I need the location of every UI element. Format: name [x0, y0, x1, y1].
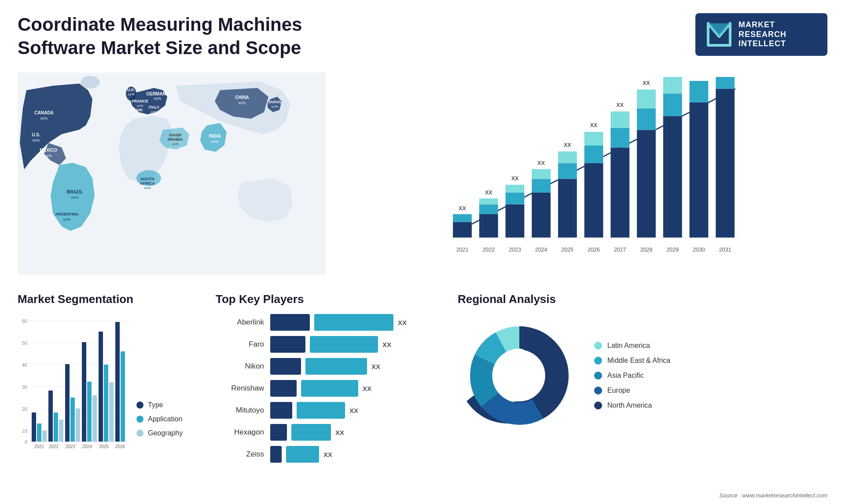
player-row-aberlink: Aberlink XX: [216, 314, 445, 331]
svg-text:xx%: xx%: [133, 113, 140, 117]
svg-rect-128: [121, 351, 125, 442]
svg-text:ARABIA: ARABIA: [168, 137, 183, 142]
svg-rect-116: [70, 398, 75, 442]
svg-rect-121: [92, 395, 97, 442]
svg-text:XX: XX: [485, 190, 492, 196]
svg-text:xx%: xx%: [144, 186, 151, 190]
geography-dot: [136, 430, 143, 437]
svg-text:2030: 2030: [693, 247, 705, 253]
top-row: CANADA xx% U.S. xx% MEXICO xx% BRAZIL xx…: [18, 68, 827, 279]
player-row-mitutoyo: Mitutoyo XX: [216, 402, 445, 419]
svg-text:0: 0: [25, 439, 27, 445]
latin-america-dot: [594, 342, 602, 350]
header: Coordinate Measuring Machines Software M…: [0, 0, 845, 68]
svg-rect-64: [584, 163, 603, 237]
svg-rect-71: [610, 111, 629, 128]
svg-rect-80: [663, 93, 682, 116]
svg-text:CHINA: CHINA: [235, 95, 249, 100]
svg-rect-107: [32, 413, 36, 442]
player-bar-wrap-hexagon: XX: [270, 424, 445, 441]
content: CANADA xx% U.S. xx% MEXICO xx% BRAZIL xx…: [0, 68, 845, 490]
svg-rect-49: [506, 205, 525, 238]
svg-text:ITALY: ITALY: [149, 105, 160, 110]
svg-rect-44: [479, 214, 498, 237]
reg-legend-latin-america: Latin America: [594, 342, 670, 350]
reg-legend-asia-pacific: Asia Pacific: [594, 372, 670, 380]
player-name-nikon: Nikon: [216, 362, 264, 371]
svg-text:U.S.: U.S.: [32, 132, 40, 137]
player-bar-dark-hexagon: [270, 424, 287, 441]
svg-rect-81: [663, 77, 682, 93]
logo-text: MARKET RESEARCH INTELLECT: [738, 20, 786, 49]
svg-text:2026: 2026: [588, 247, 600, 253]
player-name-faro: Faro: [216, 340, 264, 349]
svg-text:50: 50: [22, 340, 27, 346]
svg-text:xx%: xx%: [238, 101, 246, 105]
player-name-mitutoyo: Mitutoyo: [216, 406, 264, 415]
svg-text:INDIA: INDIA: [209, 134, 220, 139]
svg-rect-85: [690, 81, 709, 102]
svg-text:xx%: xx%: [172, 142, 178, 146]
svg-text:xx%: xx%: [154, 96, 161, 101]
geography-label: Geography: [148, 429, 183, 437]
page-title: Coordinate Measuring Machines Software M…: [18, 13, 361, 59]
reg-legend-europe: Europe: [594, 387, 670, 394]
player-bar-dark-zeiss: [270, 446, 282, 463]
svg-text:BRAZIL: BRAZIL: [67, 190, 83, 194]
player-bar-dark-faro: [270, 336, 305, 353]
svg-text:xx%: xx%: [40, 116, 48, 121]
svg-text:2021: 2021: [34, 444, 44, 449]
player-xx-renishaw: XX: [363, 385, 371, 392]
reg-legend-middle-east: Middle East & Africa: [594, 357, 670, 365]
svg-rect-79: [663, 116, 682, 237]
donut-chart-wrap: [458, 314, 581, 437]
svg-rect-55: [532, 179, 551, 193]
player-bar-light-faro: [310, 336, 378, 353]
svg-rect-127: [115, 322, 120, 442]
svg-text:xx%: xx%: [44, 153, 52, 158]
svg-rect-51: [506, 185, 525, 193]
type-dot: [136, 402, 143, 409]
svg-rect-45: [479, 205, 498, 214]
svg-rect-76: [637, 90, 656, 109]
player-row-faro: Faro XX: [216, 336, 445, 353]
title-block: Coordinate Measuring Machines Software M…: [18, 13, 361, 59]
player-bar-wrap-renishaw: XX: [270, 380, 445, 397]
svg-text:2022: 2022: [482, 247, 495, 253]
player-bar-light-aberlink: [314, 314, 393, 331]
svg-text:SAUDI: SAUDI: [169, 133, 181, 137]
type-label: Type: [148, 401, 163, 409]
svg-rect-123: [99, 332, 103, 442]
regional-inner: Latin America Middle East & Africa Asia …: [458, 314, 827, 437]
svg-point-3: [81, 76, 100, 88]
svg-rect-46: [479, 198, 498, 204]
latin-america-label: Latin America: [607, 342, 650, 350]
svg-point-135: [493, 350, 545, 402]
svg-rect-40: [453, 222, 472, 238]
svg-text:AFRICA: AFRICA: [140, 181, 155, 186]
svg-rect-112: [54, 413, 58, 442]
map-section: CANADA xx% U.S. xx% MEXICO xx% BRAZIL xx…: [18, 68, 326, 279]
svg-rect-115: [65, 364, 70, 442]
svg-rect-109: [42, 431, 47, 442]
svg-rect-88: [716, 89, 735, 238]
regional-legend: Latin America Middle East & Africa Asia …: [594, 342, 670, 409]
svg-rect-89: [716, 77, 735, 89]
svg-rect-56: [532, 169, 551, 179]
svg-rect-59: [558, 179, 577, 238]
svg-text:60: 60: [22, 318, 27, 324]
player-row-renishaw: Renishaw XX: [216, 380, 445, 397]
svg-text:2025: 2025: [562, 247, 574, 253]
legend-item-geography: Geography: [136, 429, 183, 437]
svg-text:xx%: xx%: [271, 105, 278, 109]
svg-text:xx%: xx%: [136, 104, 143, 108]
svg-rect-50: [506, 193, 525, 205]
player-xx-nikon: XX: [371, 363, 380, 370]
middle-east-label: Middle East & Africa: [607, 357, 670, 365]
player-bar-wrap-nikon: XX: [270, 358, 445, 375]
svg-text:GERMANY: GERMANY: [146, 91, 169, 96]
svg-text:2023: 2023: [66, 444, 76, 449]
player-name-aberlink: Aberlink: [216, 318, 264, 327]
player-row-zeiss: Zeiss XX: [216, 446, 445, 463]
svg-text:2025: 2025: [99, 444, 109, 449]
